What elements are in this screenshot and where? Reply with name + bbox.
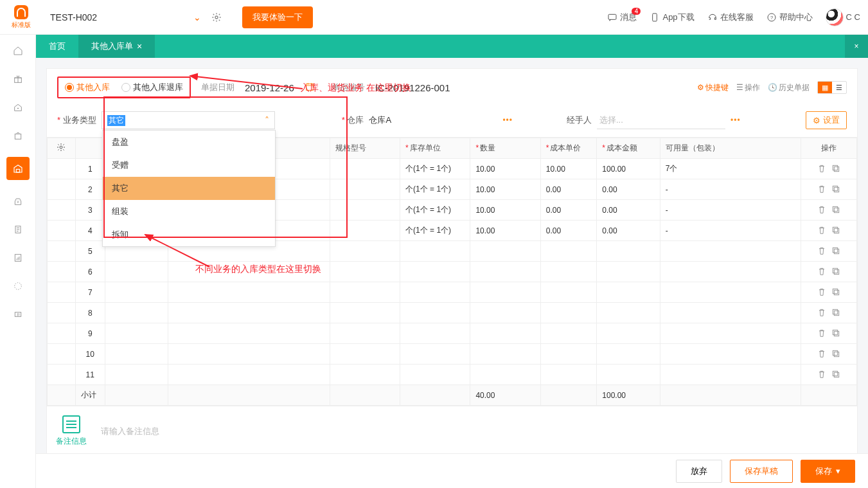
cell-spec[interactable] <box>330 179 400 200</box>
tab-home[interactable]: 首页 <box>36 35 78 58</box>
delete-row-button[interactable] <box>816 245 828 257</box>
more-icon[interactable]: ••• <box>731 116 741 125</box>
cell-product[interactable] <box>168 282 330 303</box>
copy-row-button[interactable] <box>830 286 842 298</box>
user-menu[interactable]: C C <box>826 8 860 26</box>
delete-row-button[interactable] <box>816 307 828 318</box>
col-settings[interactable] <box>48 138 76 159</box>
cell-qty[interactable] <box>470 262 540 282</box>
cell-product[interactable] <box>168 303 330 323</box>
cell-qty[interactable]: 10.00 <box>470 179 540 200</box>
cell-unit[interactable] <box>400 344 470 365</box>
save-draft-button[interactable]: 保存草稿 <box>730 460 793 483</box>
cell-amount[interactable] <box>597 323 660 344</box>
delete-row-button[interactable] <box>816 204 828 215</box>
nav-home[interactable] <box>11 44 25 58</box>
table-row[interactable]: 6 <box>48 262 857 282</box>
cell-unit[interactable] <box>400 241 470 262</box>
cell-amount[interactable]: 0.00 <box>597 221 660 241</box>
history-button[interactable]: 🕓历史单据 <box>768 82 810 93</box>
save-button[interactable]: 保存 ▾ <box>801 460 855 483</box>
cell-amount[interactable] <box>597 262 660 282</box>
cell-spec[interactable] <box>330 344 400 365</box>
delete-row-button[interactable] <box>816 327 828 339</box>
cell-unit[interactable] <box>400 303 470 323</box>
cell-warehouse[interactable] <box>105 282 168 303</box>
delete-row-button[interactable] <box>816 286 828 298</box>
biz-type-dropdown[interactable]: 其它 ˄ 盘盈 受赠 其它 组装 拆卸 <box>102 111 275 129</box>
cell-price[interactable]: 0.00 <box>540 200 597 221</box>
cell-spec[interactable] <box>330 241 400 262</box>
cell-spec[interactable] <box>330 221 400 241</box>
copy-row-button[interactable] <box>830 183 842 195</box>
cell-spec[interactable] <box>330 262 400 282</box>
cell-amount[interactable] <box>597 241 660 262</box>
cell-price[interactable] <box>540 323 597 344</box>
cell-qty[interactable]: 10.00 <box>470 200 540 221</box>
cell-unit[interactable] <box>400 282 470 303</box>
handler-input[interactable] <box>597 111 725 129</box>
cell-price[interactable] <box>540 262 597 282</box>
cell-qty[interactable] <box>470 303 540 323</box>
nav-report[interactable] <box>11 251 25 265</box>
copy-row-button[interactable] <box>830 204 842 215</box>
cell-product[interactable] <box>168 365 330 385</box>
copy-row-button[interactable] <box>830 327 842 339</box>
cell-product[interactable] <box>168 344 330 365</box>
messages-button[interactable]: 消息 4 <box>607 12 637 23</box>
cell-warehouse[interactable] <box>105 344 168 365</box>
cell-spec[interactable] <box>330 159 400 179</box>
cell-warehouse[interactable] <box>105 323 168 344</box>
cell-amount[interactable]: 0.00 <box>597 200 660 221</box>
settings-button[interactable]: ⚙ 设置 <box>806 111 847 129</box>
shortcut-button[interactable]: ⚙快捷键 <box>697 82 729 93</box>
nav-network[interactable] <box>11 279 25 293</box>
delete-row-button[interactable] <box>816 266 828 277</box>
remark-input[interactable] <box>97 422 848 440</box>
cell-amount[interactable]: 0.00 <box>597 179 660 200</box>
option-panying[interactable]: 盘盈 <box>103 131 275 154</box>
cell-amount[interactable] <box>597 365 660 385</box>
option-zuzhuang[interactable]: 组装 <box>103 200 275 223</box>
option-shouzeng[interactable]: 受赠 <box>103 154 275 177</box>
doc-date-value[interactable]: 2019-12-26 <box>245 82 294 93</box>
table-row[interactable]: 10 <box>48 344 857 365</box>
cell-warehouse[interactable] <box>105 262 168 282</box>
radio-other-inbound-return[interactable]: 其他入库退库 <box>121 82 183 93</box>
cell-warehouse[interactable] <box>105 365 168 385</box>
cell-qty[interactable] <box>470 344 540 365</box>
cell-spec[interactable] <box>330 303 400 323</box>
org-selector[interactable]: TEST-H002 ⌄ <box>50 12 201 23</box>
copy-row-button[interactable] <box>830 245 842 257</box>
cell-price[interactable] <box>540 365 597 385</box>
cell-price[interactable]: 0.00 <box>540 179 597 200</box>
delete-row-button[interactable] <box>816 224 828 236</box>
tab-other-inbound[interactable]: 其他入库单 × <box>78 35 155 58</box>
warehouse-value[interactable]: 仓库A <box>369 114 497 126</box>
nav-clipboard[interactable] <box>11 222 25 237</box>
online-service-button[interactable]: 在线客服 <box>707 12 754 23</box>
delete-row-button[interactable] <box>816 348 828 359</box>
cell-amount[interactable] <box>597 344 660 365</box>
table-row[interactable]: 7 <box>48 282 857 303</box>
cell-product[interactable] <box>168 323 330 344</box>
cell-qty[interactable] <box>470 241 540 262</box>
nav-bag[interactable] <box>11 129 25 143</box>
radio-other-inbound[interactable]: 其他入库 <box>65 82 110 93</box>
app-download-button[interactable]: App下载 <box>650 12 694 23</box>
cell-price[interactable]: 0.00 <box>540 221 597 241</box>
help-center-button[interactable]: ? 帮助中心 <box>766 12 813 23</box>
cell-unit[interactable] <box>400 365 470 385</box>
cell-spec[interactable] <box>330 323 400 344</box>
copy-row-button[interactable] <box>830 368 842 380</box>
option-chaixie[interactable]: 拆卸 <box>103 223 275 246</box>
cell-qty[interactable] <box>470 365 540 385</box>
nav-gift[interactable] <box>11 72 25 86</box>
nav-new[interactable]: 新 <box>11 307 25 321</box>
cell-spec[interactable] <box>330 282 400 303</box>
cell-unit[interactable]: 个(1个 = 1个) <box>400 200 470 221</box>
cell-price[interactable] <box>540 303 597 323</box>
copy-row-button[interactable] <box>830 348 842 359</box>
table-row[interactable]: 11 <box>48 365 857 385</box>
cell-unit[interactable] <box>400 262 470 282</box>
